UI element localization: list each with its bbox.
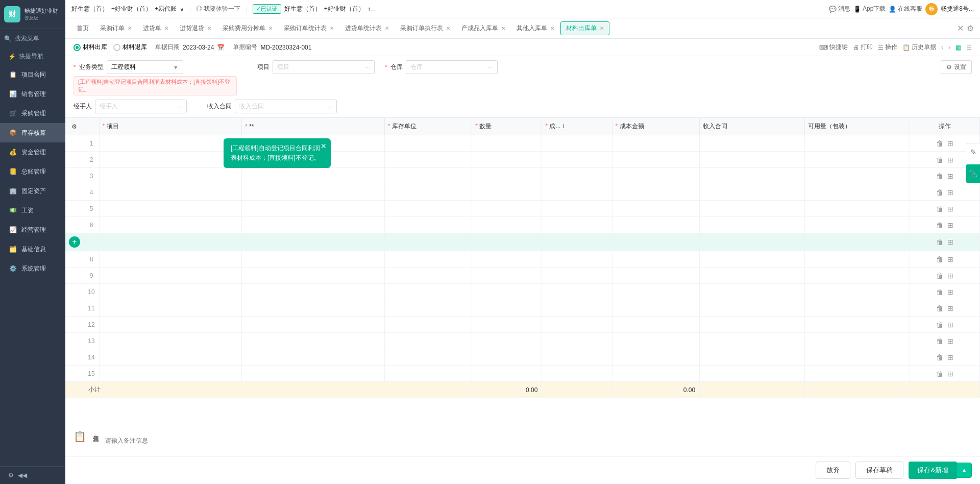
cell-contract-8[interactable] [700,251,805,268]
list-view-btn[interactable]: ☰ [966,44,972,51]
cell-stockunit-4[interactable] [384,184,472,201]
cell-qty-10[interactable] [472,284,542,300]
delete-row-btn-12[interactable]: 🗑 [936,321,943,329]
copy-row-btn-11[interactable]: ⊞ [947,304,953,312]
handler-input[interactable]: 经手人 ··· [95,100,187,113]
cell-qty-14[interactable] [472,349,542,366]
cell-costprice-14[interactable] [542,349,612,366]
cell-costprice-2[interactable] [542,152,612,168]
cell-qty-3[interactable] [472,168,542,184]
cell-project-8[interactable] [99,251,242,268]
cell-costamt-9[interactable] [612,268,700,284]
cell-costamt-3[interactable] [612,168,700,184]
cell-stockunit-2[interactable] [384,152,472,168]
cell-contract-active[interactable] [700,233,805,251]
tab-inbound[interactable]: 进货单 ✕ [138,22,174,35]
cell-contract-9[interactable] [700,268,805,284]
settings-right-btn[interactable]: ⚙ 设置 [941,60,972,74]
delete-row-btn-11[interactable]: 🗑 [936,304,943,312]
copy-row-btn-active[interactable]: ⊞ [947,238,953,246]
cell-contract-11[interactable] [700,300,805,317]
copy-row-btn-13[interactable]: ⊞ [947,337,953,345]
top-nav-haoshengyi[interactable]: 好生意（首） [71,5,108,13]
delete-row-btn-8[interactable]: 🗑 [936,255,943,263]
cell-qty-active[interactable] [472,233,542,251]
cell-project-9[interactable] [99,268,242,284]
cell-qty-4[interactable] [472,184,542,201]
cell-costamt-13[interactable] [612,333,700,349]
delete-row-btn-4[interactable]: 🗑 [936,188,943,197]
cell-availqty-3[interactable] [804,168,910,184]
cell-stockunit-8[interactable] [384,251,472,268]
cell-project-1[interactable] [99,135,242,152]
cell-availqty-active[interactable] [804,233,910,251]
cell-costamt-1[interactable] [612,135,700,152]
sidebar-item-payroll[interactable]: 💵 工资 [0,201,65,220]
cell-stockunit-15[interactable] [384,366,472,382]
tab-other-in-close[interactable]: ✕ [550,26,554,31]
cell-availqty-15[interactable] [804,366,910,382]
tab-purchase-stats-close[interactable]: ✕ [330,26,334,31]
cell-stockunit-1[interactable] [384,135,472,152]
project-input[interactable]: 项目 ··· [273,60,375,74]
cell-costamt-12[interactable] [612,317,700,333]
cell-stockunit-5[interactable] [384,201,472,217]
tab-return-goods-close[interactable]: ✕ [207,26,211,31]
delete-row-btn-15[interactable]: 🗑 [936,370,943,378]
cell-product-6[interactable] [242,217,385,233]
cell-availqty-9[interactable] [804,268,910,284]
cell-qty-8[interactable] [472,251,542,268]
cell-product-4[interactable] [242,184,385,201]
cell-qty-6[interactable] [472,217,542,233]
product-cell-input[interactable] [245,238,381,246]
cell-project-3[interactable] [99,168,242,184]
tab-purchase-exec[interactable]: 采购订单执行表 ✕ [395,22,455,35]
cell-qty-1[interactable] [472,135,542,152]
delete-row-btn-1[interactable]: 🗑 [936,139,943,148]
cell-availqty-10[interactable] [804,284,910,300]
experience-link[interactable]: ◎ 我要体验一下 [196,5,240,13]
copy-row-btn-3[interactable]: ⊞ [947,172,953,180]
add-row-btn[interactable]: + [69,236,80,248]
cell-contract-3[interactable] [700,168,805,184]
tab-product-in[interactable]: 产成品入库单 ✕ [456,22,510,35]
copy-row-btn-9[interactable]: ⊞ [947,272,953,280]
save-new-button[interactable]: 保存&新增 [909,462,957,479]
cell-costprice-3[interactable] [542,168,612,184]
cell-product-13[interactable] [242,333,385,349]
sidebar-item-finance[interactable]: 💰 资金管理 [0,142,65,162]
dropdown-icon[interactable]: ∨ [180,6,184,13]
tab-settings-icon[interactable]: ⚙ [967,23,974,33]
calendar-icon[interactable]: 📅 [217,44,225,51]
cell-availqty-13[interactable] [804,333,910,349]
delete-row-btn-13[interactable]: 🗑 [936,337,943,345]
cell-availqty-2[interactable] [804,152,910,168]
cell-product-active[interactable] [242,233,385,251]
tab-inbound-stats[interactable]: 进货单统计表 ✕ [340,22,394,35]
cell-availqty-11[interactable] [804,300,910,317]
cell-project-10[interactable] [99,284,242,300]
sidebar-item-ops[interactable]: 📈 经营管理 [0,220,65,239]
cell-costamt-11[interactable] [612,300,700,317]
cell-qty-9[interactable] [472,268,542,284]
copy-row-btn-10[interactable]: ⊞ [947,288,953,296]
cell-contract-2[interactable] [700,152,805,168]
cell-costamt-6[interactable] [612,217,700,233]
close-all-icon[interactable]: ✕ [957,23,964,33]
cell-contract-13[interactable] [700,333,805,349]
copy-row-btn-8[interactable]: ⊞ [947,255,953,263]
cell-costamt-15[interactable] [612,366,700,382]
cell-availqty-1[interactable] [804,135,910,152]
cell-costprice-active[interactable] [542,233,612,251]
copy-row-btn-6[interactable]: ⊞ [947,221,953,229]
delete-row-btn-5[interactable]: 🗑 [936,205,943,213]
radio-material-return[interactable]: 材料退库 [113,43,147,52]
save-new-dropdown-btn[interactable]: ▲ [957,463,972,478]
cell-product-15[interactable] [242,366,385,382]
project-cell-input[interactable] [103,238,239,246]
cell-costamt-2[interactable] [612,152,700,168]
cell-availqty-12[interactable] [804,317,910,333]
cell-costprice-8[interactable] [542,251,612,268]
tab-purchase-order[interactable]: 采购订单 ✕ [95,22,137,35]
cell-contract-4[interactable] [700,184,805,201]
